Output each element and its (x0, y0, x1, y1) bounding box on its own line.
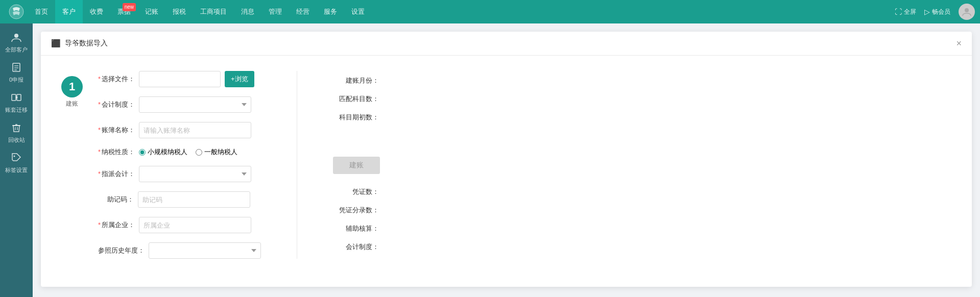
form-right-section: 建账月份： 匹配科目数： 科目期初数： 建账 凭证数： (333, 71, 476, 259)
migrate-label: 账套迁移 (5, 106, 28, 114)
migrate-icon (11, 92, 22, 105)
info-accounting-system-label: 会计制度： (333, 242, 379, 252)
assistant-code-input[interactable] (138, 191, 250, 208)
nav-item-settings[interactable]: 设置 (344, 0, 372, 23)
tags-icon (11, 152, 22, 165)
sidebar-item-migrate[interactable]: 账套迁移 (0, 88, 33, 118)
nav-right-area: ⛶ 全屏 ▷ 畅会员 (895, 4, 975, 20)
accounting-system-label: *会计制度： (98, 100, 135, 109)
subject-initial-label: 科目期初数： (333, 113, 379, 122)
import-dialog: ⬛ 导爷数据导入 × 1 建账 *选择文件： +浏览 (41, 32, 972, 287)
fullscreen-button[interactable]: ⛶ 全屏 (895, 8, 916, 16)
user-avatar[interactable] (959, 4, 975, 20)
declaration-label: 0申报 (9, 76, 23, 84)
new-badge: new (123, 3, 136, 11)
tax-type-radio-group: 小规模纳税人 一般纳税人 (139, 147, 237, 157)
assistant-code-label: 助记码： (98, 195, 134, 204)
dialog-close-button[interactable]: × (956, 39, 962, 48)
match-subjects-label: 匹配科目数： (333, 94, 379, 104)
info-accounting-system-row: 会计制度： (333, 242, 476, 252)
nav-item-bookkeeping[interactable]: 记账 (138, 0, 165, 23)
assistant-code-row: 助记码： (98, 191, 261, 208)
file-input[interactable] (139, 71, 221, 87)
membership-button[interactable]: ▷ 畅会员 (924, 8, 950, 16)
create-button-container: 建账 (333, 146, 476, 174)
dialog-title: 导爷数据导入 (65, 39, 108, 48)
dialog-header: ⬛ 导爷数据导入 (41, 32, 972, 56)
history-year-select[interactable] (149, 242, 261, 259)
declaration-icon (11, 62, 22, 75)
all-clients-label: 全部客户 (5, 46, 28, 54)
general-taxpayer-radio[interactable] (196, 149, 202, 156)
company-label: *所属企业： (98, 220, 135, 230)
account-month-row: 建账月份： (333, 76, 476, 85)
voucher-entries-label: 凭证分录数： (333, 206, 379, 215)
step-indicator: 1 建账 (61, 71, 83, 259)
trash-label: 回收站 (8, 136, 25, 144)
file-label: *选择文件： (98, 75, 135, 84)
nav-item-management[interactable]: 管理 (261, 0, 289, 23)
all-clients-icon (11, 32, 22, 44)
app-logo[interactable] (5, 1, 28, 23)
accountant-row: *指派会计： (98, 166, 261, 182)
company-row: *所属企业： (98, 217, 261, 233)
nav-item-clients[interactable]: 客户 (55, 0, 83, 23)
tags-label: 标签设置 (5, 166, 28, 174)
match-subjects-row: 匹配科目数： (333, 94, 476, 104)
file-row: *选择文件： +浏览 (98, 71, 261, 87)
accountant-select[interactable] (139, 166, 251, 182)
nav-item-tax[interactable]: 报税 (165, 0, 193, 23)
form-divider (297, 71, 297, 259)
browse-button[interactable]: +浏览 (225, 71, 254, 87)
history-year-label: 参照历史年度： (98, 246, 145, 255)
voucher-count-row: 凭证数： (333, 187, 476, 196)
sidebar-item-tags[interactable]: 标签设置 (0, 148, 33, 178)
create-account-button[interactable]: 建账 (333, 157, 380, 174)
general-taxpayer-label: 一般纳税人 (204, 147, 237, 157)
general-taxpayer-option[interactable]: 一般纳税人 (196, 147, 237, 157)
form-left-section: 1 建账 *选择文件： +浏览 *会计制度： (61, 71, 261, 259)
sidebar-item-trash[interactable]: 回收站 (0, 118, 33, 148)
accounting-system-select[interactable] (139, 96, 251, 113)
accounting-system-row: *会计制度： (98, 96, 261, 113)
form-area: 1 建账 *选择文件： +浏览 *会计制度： (41, 56, 972, 274)
top-navigation: 首页 客户 收费 票据 new 记账 报税 工商项目 消息 管理 经营 服务 设… (0, 0, 980, 23)
svg-rect-3 (13, 63, 20, 71)
subject-initial-row: 科目期初数： (333, 113, 476, 122)
sidebar-item-declaration[interactable]: 0申报 (0, 58, 33, 88)
company-input[interactable] (139, 217, 251, 233)
nav-item-operations[interactable]: 经营 (289, 0, 317, 23)
nav-item-business[interactable]: 工商项目 (193, 0, 234, 23)
auxiliary-label: 辅助核算： (333, 224, 379, 233)
ledger-name-label: *账簿名称： (98, 126, 135, 135)
nav-item-messages[interactable]: 消息 (234, 0, 261, 23)
small-taxpayer-label: 小规模纳税人 (148, 147, 187, 157)
nav-item-fees[interactable]: 收费 (83, 0, 110, 23)
ledger-name-input[interactable] (139, 122, 251, 138)
nav-item-home[interactable]: 首页 (28, 0, 55, 23)
account-month-label: 建账月份： (333, 76, 379, 85)
nav-item-service[interactable]: 服务 (317, 0, 344, 23)
trash-icon (11, 122, 22, 135)
main-content: ⬛ 导爷数据导入 × 1 建账 *选择文件： +浏览 (33, 23, 980, 297)
svg-point-1 (965, 8, 969, 12)
auxiliary-row: 辅助核算： (333, 224, 476, 233)
small-taxpayer-radio[interactable] (139, 149, 146, 156)
step-number: 1 (61, 76, 83, 97)
small-taxpayer-option[interactable]: 小规模纳税人 (139, 147, 187, 157)
history-year-row: 参照历史年度： (98, 242, 261, 259)
ledger-name-row: *账簿名称： (98, 122, 261, 138)
tax-type-row: *纳税性质： 小规模纳税人 一般纳税人 (98, 147, 261, 157)
tax-type-label: *纳税性质： (98, 147, 135, 157)
step-label: 建账 (66, 100, 78, 108)
nav-item-tickets[interactable]: 票据 new (110, 0, 138, 23)
sidebar: 全部客户 0申报 账套迁移 (0, 23, 33, 297)
svg-rect-7 (12, 94, 16, 101)
svg-point-12 (14, 156, 15, 157)
nav-items-container: 首页 客户 收费 票据 new 记账 报税 工商项目 消息 管理 经营 服务 设… (28, 0, 895, 23)
form-fields: *选择文件： +浏览 *会计制度： (98, 71, 261, 259)
import-icon: ⬛ (51, 39, 61, 48)
svg-point-2 (14, 34, 18, 38)
accountant-label: *指派会计： (98, 169, 135, 179)
sidebar-item-all-clients[interactable]: 全部客户 (0, 28, 33, 58)
